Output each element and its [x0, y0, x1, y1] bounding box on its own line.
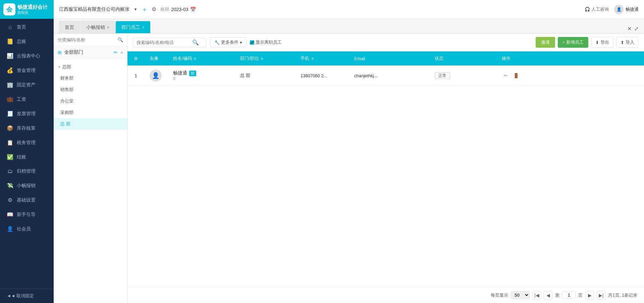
dept-item-office[interactable]: 办公室 — [54, 95, 127, 107]
pagination: 每页显示 50 100 200 |◀ ◀ 第 页 ▶ ▶| 共1页, 1条记录 — [127, 287, 644, 303]
filter-icon: 🔧 — [214, 40, 220, 45]
tab-expense-label: 小畅报销 — [86, 25, 105, 31]
dept-item-sales[interactable]: 销售部 — [54, 84, 127, 95]
tab-expense[interactable]: 小畅报销 × — [80, 21, 115, 33]
company-name: 江西服宝精品有限责任公司内账张 — [59, 6, 129, 12]
filter-chevron-icon: ▾ — [240, 40, 242, 45]
export-label: 导出 — [600, 39, 609, 45]
row-actions-cell: ✏ 🚪 — [496, 66, 644, 86]
import-label: 导入 — [626, 39, 634, 45]
col-dept[interactable]: 部门/职位 ⇅ — [235, 51, 295, 66]
sidebar-item-label: 新手引导 — [17, 212, 36, 218]
import-button[interactable]: ⬆ 导入 — [616, 37, 639, 48]
col-phone[interactable]: 手机 ⇅ — [295, 51, 349, 66]
export-button[interactable]: ⬇ 导出 — [591, 37, 613, 48]
edit-employee-button[interactable]: ✏ — [502, 72, 510, 79]
invite-button[interactable]: 邀请 — [536, 37, 555, 48]
add-company-button[interactable]: ＋ — [142, 5, 148, 13]
sidebar-item-label: 发票管理 — [17, 111, 36, 117]
row-index: 1 — [127, 66, 144, 86]
dept-search-icon[interactable]: 🔍 — [117, 37, 123, 42]
sidebar-item-label: 税务管理 — [17, 140, 36, 146]
tab-expense-close-icon[interactable]: × — [107, 25, 109, 30]
right-panel: 🔍 🔧 更多条件 ▾ 显示离职员工 邀请 + 新增员工 ⬇ 导出 — [127, 34, 644, 303]
dept-item-headquarters-parent[interactable]: ▼ 总部 — [54, 61, 127, 73]
employee-avatar: 👤 — [150, 70, 162, 82]
dept-all-label[interactable]: 全部部门 — [64, 49, 111, 55]
col-name[interactable]: 姓名/编码 ⇅ — [168, 51, 235, 66]
page-number-input[interactable] — [562, 292, 576, 299]
period-value: 2023-03 — [171, 7, 188, 12]
table-row: 1 👤 畅捷通 部 0 总 部 — [127, 66, 644, 86]
user-menu[interactable]: 👤 畅捷通 — [614, 5, 639, 14]
sidebar-item-assets[interactable]: 🏢 固定资产 — [0, 78, 54, 92]
page-prev-button[interactable]: ◀ — [544, 291, 552, 300]
user-name: 畅捷通 — [626, 6, 639, 12]
row-email-cell: chanjethkj... — [349, 66, 429, 86]
sidebar-item-invoice[interactable]: 🧾 发票管理 — [0, 106, 54, 121]
show-resigned-checkbox[interactable] — [250, 40, 254, 45]
maximize-icon[interactable]: ⤢ — [634, 26, 639, 32]
employee-search-input[interactable] — [137, 40, 190, 45]
expense-icon: 💸 — [7, 182, 13, 189]
sidebar-logo: 会 畅捷通好会计 旗舰版 — [0, 0, 54, 19]
close-tab-icon[interactable]: ✕ — [627, 26, 632, 32]
sidebar-item-home[interactable]: ⌂ 首页 — [0, 20, 54, 34]
dept-collapse-icon[interactable]: « — [120, 50, 123, 55]
period-display: 账期 2023-03 📅 — [160, 6, 196, 12]
sidebar-item-funds[interactable]: 💰 资金管理 — [0, 63, 54, 78]
service-label: 人工咨询 — [591, 6, 609, 12]
settings-icon: ⚙ — [7, 197, 13, 203]
show-resigned-checkbox-label[interactable]: 显示离职员工 — [250, 39, 282, 45]
sidebar-item-salary[interactable]: 💼 工资 — [0, 92, 54, 106]
row-phone-cell: 13807060 2... — [295, 66, 349, 86]
sidebar-item-expense[interactable]: 💸 小畅报销 — [0, 178, 54, 193]
logo-sub: 旗舰版 — [17, 10, 48, 15]
sidebar-item-reports[interactable]: 📊 云报表中心 — [0, 49, 54, 63]
topbar-right: 🎧 人工咨询 👤 畅捷通 — [585, 5, 639, 14]
sidebar-item-settings[interactable]: ⚙ 基础设置 — [0, 193, 54, 207]
sidebar-item-archive[interactable]: 🗂 归档管理 — [0, 164, 54, 178]
tab-dept-emp[interactable]: 部门员工 × — [116, 21, 150, 33]
dept-search-input[interactable] — [58, 37, 117, 42]
tabs-bar: 首页 小畅报销 × 部门员工 × ✕ ⤢ — [54, 19, 644, 34]
home-icon: ⌂ — [7, 24, 13, 30]
page-last-button[interactable]: ▶| — [597, 291, 605, 300]
page-first-button[interactable]: |◀ — [532, 291, 541, 300]
total-records-label: 共1页, 1条记录 — [608, 292, 637, 298]
per-page-select[interactable]: 50 100 200 — [511, 291, 530, 299]
settings-gear-icon[interactable]: ⚙ — [152, 6, 156, 12]
ledger-icon: 📒 — [7, 38, 13, 45]
avatar: 👤 — [614, 5, 624, 14]
delete-employee-button[interactable]: 🚪 — [511, 72, 521, 79]
sidebar-item-inventory[interactable]: 📦 库存核算 — [0, 121, 54, 135]
company-dropdown-icon[interactable]: ▼ — [133, 7, 138, 12]
page-next-button[interactable]: ▶ — [585, 291, 594, 300]
dept-item-purchase[interactable]: 采购部 — [54, 107, 127, 118]
guide-icon: 📖 — [7, 211, 13, 218]
dept-item-general[interactable]: 总 部 — [54, 118, 127, 130]
more-filters-button[interactable]: 🔧 更多条件 ▾ — [210, 37, 247, 47]
col-settings[interactable]: ⚙ — [127, 51, 144, 66]
dept-item-finance[interactable]: 财务部 — [54, 73, 127, 84]
toolbar: 🔍 🔧 更多条件 ▾ 显示离职员工 邀请 + 新增员工 ⬇ 导出 — [127, 34, 644, 51]
col-email: Email — [349, 51, 429, 66]
tab-dept-emp-close-icon[interactable]: × — [142, 25, 145, 30]
service-button[interactable]: 🎧 人工咨询 — [585, 6, 609, 12]
topbar: 江西服宝精品有限责任公司内账张 ▼ ＋ ⚙ 账期 2023-03 📅 🎧 人工咨… — [54, 0, 644, 19]
toolbar-right-buttons: 邀请 + 新增员工 ⬇ 导出 ⬆ 导入 — [536, 37, 639, 48]
dept-panel: 🔍 ⊞ 全部部门 ✏ « ▼ 总部 财务部 销售部 办公室 采购部 总 部 — [54, 34, 127, 303]
tab-home-label: 首页 — [65, 25, 74, 31]
page-prefix: 第 — [555, 292, 559, 298]
sidebar-item-tax[interactable]: 📋 税务管理 — [0, 135, 54, 150]
add-employee-button[interactable]: + 新增员工 — [558, 37, 588, 48]
tab-home[interactable]: 首页 — [59, 21, 80, 33]
sidebar-item-guide[interactable]: 📖 新手引导 — [0, 207, 54, 222]
sidebar-item-social[interactable]: 👤 社会员 — [0, 222, 54, 236]
sidebar-item-close-books[interactable]: ✅ 结账 — [0, 150, 54, 164]
employee-search-icon[interactable]: 🔍 — [192, 39, 199, 46]
unpin-button[interactable]: ◄◄ 取消固定 — [0, 289, 54, 303]
sidebar-item-ledger[interactable]: 📒 总账 — [0, 34, 54, 49]
calendar-icon[interactable]: 📅 — [190, 7, 196, 12]
dept-edit-icon[interactable]: ✏ — [114, 50, 118, 55]
